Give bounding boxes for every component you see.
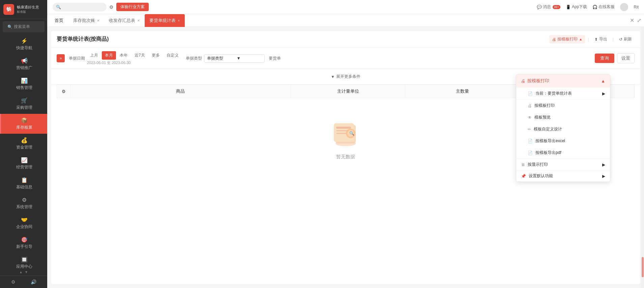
order-category-label: 要货单 [269, 56, 281, 61]
refresh-button[interactable]: ↺ 刷新 [616, 35, 635, 43]
messages-item[interactable]: 💬 消息 99+ [537, 4, 560, 10]
dropdown-set-default[interactable]: 📌 设置默认功能 ▶ [516, 170, 610, 182]
sidebar-item-inventory[interactable]: 📦 库存核算 [0, 114, 47, 134]
sidebar-item-collab[interactable]: 🤝 企业协同 [0, 213, 47, 233]
sidebar-item-quick-nav[interactable]: ⚡ 快捷导航 [0, 34, 47, 54]
scroll-down-icon[interactable]: ▼ [24, 270, 28, 274]
set-default-label: 设置默认功能 [529, 173, 553, 179]
app-name: 畅康通好生意 [17, 5, 39, 10]
dropdown-item-template-custom[interactable]: ✏ 模板自定义设计 [516, 123, 610, 135]
dropdown-display-print[interactable]: 🖥 按显示打印 ▶ [516, 159, 610, 170]
sidebar-item-label: 经营管理 [16, 164, 32, 170]
refresh-label: 刷新 [624, 36, 632, 42]
scrollbar[interactable] [641, 27, 644, 288]
sidebar-menu: ⚡ 快捷导航 📢 营销推广 📊 销售管理 🛒 采购管理 📦 库存核算 💰 资金管… [0, 34, 47, 269]
sidebar-item-finance[interactable]: 💰 资金管理 [0, 134, 47, 154]
svg-text:🔍: 🔍 [349, 131, 354, 136]
date-btn-more[interactable]: 更多 [149, 51, 163, 60]
settings-button[interactable]: 设置 [617, 53, 635, 63]
dropdown-current-item[interactable]: 📄 当前：要货单统计表 ▶ [516, 88, 610, 99]
operations-icon: 📈 [21, 157, 28, 163]
maximize-window-icon[interactable]: ⤢ [637, 17, 641, 24]
svg-rect-3 [336, 127, 351, 129]
dropdown-item-export-excel[interactable]: 📄 按模板导出excel [516, 135, 610, 147]
print-template-button[interactable]: 🖨 按模板打印 ▲ [549, 35, 585, 43]
pdf-icon: 📄 [528, 151, 533, 155]
system-icon: ⚙ [22, 197, 27, 203]
printer-icon: 🖨 [552, 37, 556, 42]
tab-batch-account-close[interactable]: × [97, 19, 99, 23]
search-icon: 🔍 [7, 25, 12, 29]
search-label: 搜索菜单 [14, 24, 30, 30]
expand-icon: ▼ [331, 74, 335, 79]
app-download-item[interactable]: 📱 App下载 [566, 4, 587, 10]
tab-receipt-summary[interactable]: 收发存汇总表 × [104, 14, 144, 27]
refresh-icon: ↺ [619, 37, 622, 42]
main-content: 🔍 ⚙ 体验行业方案 💬 消息 99+ 📱 App下载 🎧 在线客服 Rit [47, 0, 644, 288]
dropdown-item-template-preview[interactable]: 👁 模板预览 [516, 111, 610, 123]
chevron-up-icon: ▲ [579, 37, 582, 41]
sidebar-item-guide[interactable]: 🎯 新手引导 [0, 233, 47, 253]
date-btn-last-month[interactable]: 上月 [87, 51, 101, 60]
sidebar-item-marketing[interactable]: 📢 营销推广 [0, 54, 47, 74]
messages-label: 消息 [543, 4, 551, 10]
date-btn-custom[interactable]: 自定义 [164, 51, 182, 60]
app-download-label: App下载 [572, 4, 587, 10]
tab-receipt-summary-close[interactable]: × [137, 19, 139, 23]
quick-nav-icon: ⚡ [21, 38, 28, 44]
chevron-right-display-icon: ▶ [602, 162, 605, 167]
sidebar-search[interactable]: 🔍 搜索菜单 [3, 21, 45, 32]
sidebar-item-system[interactable]: ⚙ 系统管理 [0, 193, 47, 213]
empty-icon: 🔍 [329, 118, 362, 149]
sidebar-item-purchase[interactable]: 🛒 采购管理 [0, 94, 47, 114]
sidebar-item-sales[interactable]: 📊 销售管理 [0, 74, 47, 94]
tab-home[interactable]: 首页 [50, 14, 68, 27]
dropdown-header-left: 🖨 按模板打印 [521, 78, 549, 84]
filter-toggle-button[interactable]: » [57, 54, 65, 62]
dropdown-item-print-template[interactable]: 🖨 按模板打印 [516, 100, 610, 111]
user-avatar[interactable] [620, 3, 628, 11]
order-type-value: 单据类型 [207, 56, 223, 61]
dropdown-item-export-pdf[interactable]: 📄 按模板导出pdf [516, 147, 610, 159]
date-btn-this-year[interactable]: 本年 [117, 51, 131, 60]
dropdown-current-section: 📄 当前：要货单统计表 ▶ [516, 87, 610, 99]
dropdown-header[interactable]: 🖨 按模板打印 ▲ [516, 74, 610, 87]
expand-more-button[interactable]: ▼ 展开更多条件 [331, 74, 360, 79]
empty-text: 暂无数据 [336, 154, 355, 160]
query-button[interactable]: 查询 [595, 54, 614, 63]
scroll-up-icon[interactable]: ▲ [19, 270, 23, 274]
topbar-search[interactable]: 🔍 [53, 3, 107, 11]
sidebar-item-basic[interactable]: 📋 基础信息 [0, 173, 47, 193]
appstore-icon: 🔲 [21, 256, 28, 263]
close-window-icon[interactable]: ✕ [630, 17, 634, 24]
marketing-icon: 📢 [21, 58, 28, 64]
sidebar-item-operations[interactable]: 📈 经营管理 [0, 154, 47, 173]
order-type-select[interactable]: 单据类型 ▼ [204, 54, 265, 63]
tab-batch-account[interactable]: 库存批次账 × [68, 14, 104, 27]
page-header: 要货单统计表(按商品) 🖨 按模板打印 ▲ | ⬆ 导出 | ↺ [51, 31, 640, 48]
gear-icon[interactable]: ⚙ [109, 4, 114, 10]
content-area: 要货单统计表(按商品) 🖨 按模板打印 ▲ | ⬆ 导出 | ↺ [47, 27, 644, 288]
speaker-icon[interactable]: 🔊 [31, 279, 36, 285]
messages-badge: 99+ [553, 5, 560, 9]
scrollbar-thumb[interactable] [642, 257, 644, 277]
th-product: 商品 [70, 85, 291, 98]
excel-icon: 📄 [528, 139, 533, 143]
svg-rect-4 [336, 130, 348, 131]
trial-button[interactable]: 体验行业方案 [116, 3, 149, 11]
display-print-icon: 🖥 [521, 162, 525, 167]
date-btn-7days[interactable]: 近7天 [131, 51, 148, 60]
date-btn-this-month[interactable]: 本月 [102, 51, 116, 60]
online-support-item[interactable]: 🎧 在线客服 [592, 4, 615, 10]
tab-order-stats[interactable]: 要货单统计表 × [145, 14, 185, 27]
finance-icon: 💰 [21, 137, 28, 143]
export-label: 导出 [599, 36, 607, 42]
basic-icon: 📋 [21, 177, 28, 183]
sidebar-item-appstore[interactable]: 🔲 应用中心 [0, 253, 47, 269]
sidebar-item-label: 采购管理 [16, 105, 32, 110]
tab-batch-account-label: 库存批次账 [73, 18, 95, 24]
th-settings[interactable]: ⚙ [57, 86, 70, 97]
settings-bottom-icon[interactable]: ⚙ [11, 279, 16, 285]
export-button[interactable]: ⬆ 导出 [592, 35, 610, 43]
tab-order-stats-close[interactable]: × [178, 19, 180, 23]
